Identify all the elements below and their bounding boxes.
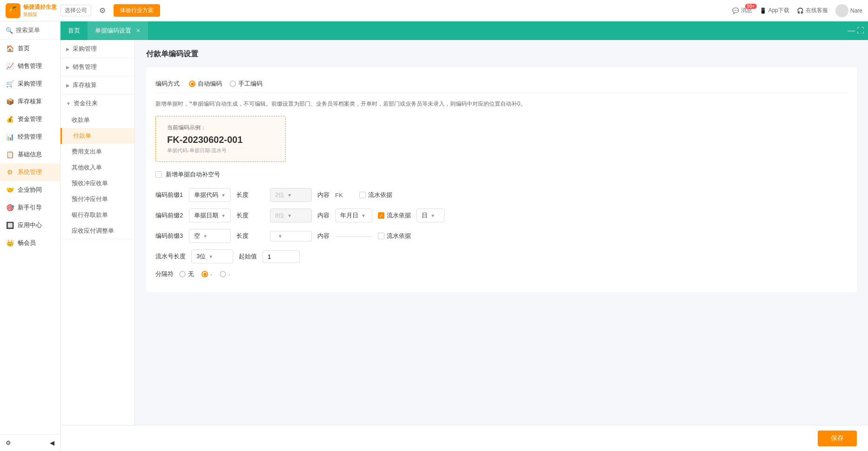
prefix3-arrow-icon: ▼ — [203, 234, 208, 239]
sub-item-expense[interactable]: 费用支出单 — [61, 144, 135, 160]
sidebar-nav: 🏠 首页 📈 销售管理 🛒 采购管理 📦 库存核算 💰 资金管理 📊 经 — [0, 40, 60, 434]
prefix1-arrow-icon: ▼ — [221, 193, 226, 198]
tab-home[interactable]: 首页 — [61, 21, 87, 40]
auto-code-radio[interactable] — [189, 81, 195, 87]
start-value-input[interactable] — [262, 250, 300, 263]
manual-code-radio[interactable] — [229, 81, 236, 87]
header-right: 💬 消息 99+ 📱 App下载 🎧 在线客服 Nare — [732, 4, 862, 17]
sub-group-fund-header[interactable]: ▼ 资金往来 — [61, 94, 135, 112]
content-area: ▶ 采购管理 ▶ 销售管理 ▶ 库存核算 — [61, 40, 868, 425]
sidebar-item-sales[interactable]: 📈 销售管理 — [0, 57, 60, 75]
sub-item-prepay-offset[interactable]: 预收冲应收单 — [61, 175, 135, 191]
autofill-label: 新增单据自动补空号 — [166, 170, 220, 179]
length1-select[interactable]: 2位 ▼ — [270, 188, 312, 202]
logo-icon: 🍊 — [6, 3, 20, 18]
sidebar-item-system[interactable]: ⚙ 系统管理 — [0, 163, 60, 181]
trial-button[interactable]: 体验行业方案 — [114, 4, 160, 17]
sidebar-item-purchase[interactable]: 🛒 采购管理 — [0, 75, 60, 93]
prefix1-label: 编码前缀1 — [155, 191, 183, 199]
sidebar-item-home[interactable]: 🏠 首页 — [0, 40, 60, 57]
auto-code-option[interactable]: 自动编码 — [189, 80, 222, 88]
sub-group-inventory-header[interactable]: ▶ 库存核算 — [61, 76, 135, 94]
app-download-button[interactable]: 📱 App下载 — [760, 7, 789, 14]
avatar — [835, 4, 848, 17]
search-icon: 🔍 — [6, 27, 13, 34]
bottom-bar: 保存 — [61, 425, 868, 451]
serial2-option-select[interactable]: 日 ▼ — [417, 209, 444, 222]
sidebar: 🔍 搜索菜单 🏠 首页 📈 销售管理 🛒 采购管理 📦 库存核算 💰 — [0, 21, 61, 451]
sep-none-radio[interactable] — [179, 271, 186, 277]
serial2-option-arrow-icon: ▼ — [431, 213, 435, 218]
serial3-checkbox[interactable] — [378, 233, 384, 239]
prefix2-arrow-icon: ▼ — [221, 213, 226, 218]
serial3-label: 流水依据 — [387, 232, 411, 240]
sep-dash-option[interactable]: · — [202, 271, 212, 278]
sub-item-advance-offset[interactable]: 预付冲应付单 — [61, 191, 135, 207]
sub-item-adjust[interactable]: 应收应付调整单 — [61, 223, 135, 239]
sub-item-payment[interactable]: 付款单 — [61, 128, 135, 144]
sep-dot-radio[interactable] — [220, 271, 226, 277]
prefix3-select[interactable]: 空 ▼ — [189, 229, 231, 243]
content2-select[interactable]: 年月日 ▼ — [335, 209, 372, 222]
length2-select[interactable]: 8位 ▼ — [270, 209, 312, 222]
settings-icon[interactable]: ⚙ — [96, 4, 109, 17]
separator-options: 无 · · — [179, 270, 230, 278]
user-area[interactable]: Nare — [835, 4, 862, 17]
serial2-checkbox-group: ✓ 流水依据 — [378, 211, 411, 220]
logo-area: 🍊 畅捷通好生意 旗舰版 — [6, 3, 57, 18]
sidebar-footer: ⚙ ◀ — [0, 434, 60, 451]
member-icon: 👑 — [6, 239, 14, 247]
tab-minimize-icon[interactable]: — — [848, 27, 855, 35]
length3-select[interactable]: ▼ — [270, 231, 312, 242]
encoding-settings-box: 编码方式 自动编码 手工编码 — [146, 67, 857, 292]
manual-code-option[interactable]: 手工编码 — [229, 80, 262, 88]
content3-label: 内容 — [317, 232, 330, 240]
sidebar-item-member[interactable]: 👑 畅会员 — [0, 234, 60, 252]
search-menu[interactable]: 🔍 搜索菜单 — [0, 21, 60, 40]
sidebar-item-fund[interactable]: 💰 资金管理 — [0, 110, 60, 128]
sep-dash-radio[interactable] — [202, 271, 208, 277]
prefix-row-3: 编码前缀3 空 ▼ 长度 ▼ 内容 — [155, 229, 848, 243]
app-icon: 🔲 — [6, 221, 14, 229]
sep-dot-option[interactable]: · — [220, 271, 230, 278]
serial-length-select[interactable]: 3位 ▼ — [191, 249, 233, 263]
serial-length-row: 流水号长度 3位 ▼ 起始值 — [155, 249, 848, 263]
serial1-label: 流水依据 — [368, 191, 392, 199]
serial1-checkbox[interactable] — [359, 192, 366, 198]
sidebar-item-basic[interactable]: 📋 基础信息 — [0, 146, 60, 163]
footer-settings-icon[interactable]: ⚙ — [6, 439, 11, 446]
sidebar-item-management[interactable]: 📊 经营管理 — [0, 128, 60, 146]
sidebar-item-enterprise[interactable]: 🤝 企业协同 — [0, 181, 60, 199]
sub-group-purchase: ▶ 采购管理 — [61, 40, 135, 58]
sep-none-option[interactable]: 无 — [179, 270, 194, 278]
autofill-checkbox[interactable] — [155, 171, 162, 178]
header-controls: 选择公司 ⚙ 体验行业方案 — [61, 4, 160, 17]
sidebar-item-guide[interactable]: 🎯 新手引导 — [0, 199, 60, 216]
prefix1-select[interactable]: 单据代码 ▼ — [189, 188, 231, 202]
footer-collapse-icon[interactable]: ◀ — [50, 439, 54, 446]
sub-item-bank[interactable]: 银行存取款单 — [61, 207, 135, 223]
length1-arrow-icon: ▼ — [287, 193, 292, 198]
system-icon: ⚙ — [6, 168, 14, 176]
online-service-button[interactable]: 🎧 在线客服 — [797, 7, 828, 14]
tab-maximize-icon[interactable]: ⛶ — [857, 27, 864, 35]
prefix2-select[interactable]: 单据日期 ▼ — [189, 209, 231, 222]
sub-group-purchase-header[interactable]: ▶ 采购管理 — [61, 40, 135, 58]
inventory-icon: 📦 — [6, 97, 14, 106]
sidebar-item-inventory[interactable]: 📦 库存核算 — [0, 93, 60, 110]
save-button[interactable]: 保存 — [818, 431, 857, 446]
tab-doc-code[interactable]: 单据编码设置 ✕ — [87, 21, 148, 40]
headset-icon: 🎧 — [797, 7, 804, 14]
sidebar-item-app[interactable]: 🔲 应用中心 — [0, 216, 60, 234]
sub-item-receipt[interactable]: 收款单 — [61, 112, 135, 128]
length3-arrow-icon: ▼ — [278, 234, 283, 239]
tab-close-icon[interactable]: ✕ — [136, 27, 141, 34]
right-area: 首页 单据编码设置 ✕ — ⛶ ▶ 采购管理 — [61, 21, 868, 451]
message-button[interactable]: 💬 消息 99+ — [732, 7, 752, 14]
length1-label: 长度 — [236, 191, 264, 199]
sub-group-sales-header[interactable]: ▶ 销售管理 — [61, 58, 135, 76]
company-select[interactable]: 选择公司 — [61, 5, 91, 16]
preview-label: 当前编码示例： — [167, 124, 274, 132]
serial2-checkbox[interactable]: ✓ — [378, 212, 384, 219]
sub-item-other-income[interactable]: 其他收入单 — [61, 160, 135, 175]
